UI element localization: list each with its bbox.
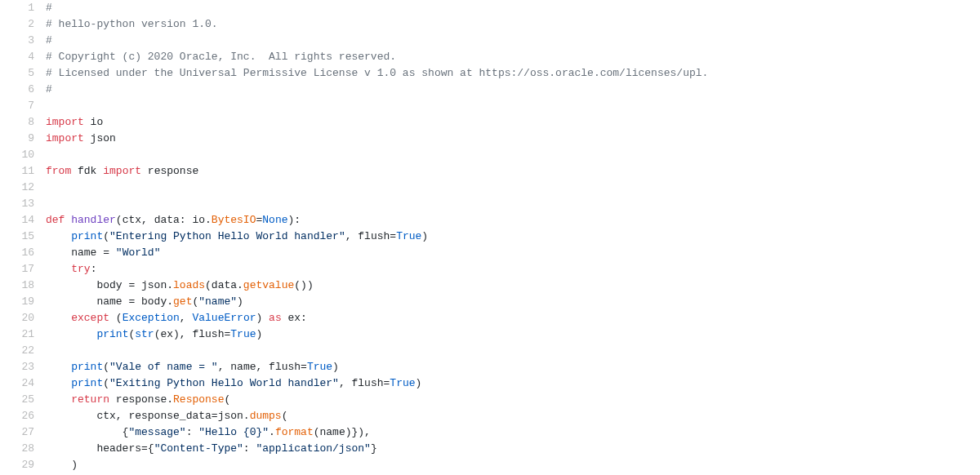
token: str	[135, 328, 154, 340]
token: (ex), flush=	[154, 328, 231, 340]
code-content[interactable]	[42, 196, 980, 212]
code-line: 28 headers={"Content-Type": "application…	[0, 441, 980, 457]
line-number: 8	[0, 114, 42, 131]
token	[46, 263, 71, 275]
line-number: 12	[0, 180, 42, 196]
code-content[interactable]: ctx, response_data=json.dumps(	[42, 408, 980, 424]
code-line: 20 except (Exception, ValueError) as ex:	[0, 310, 980, 326]
token: def	[46, 214, 65, 226]
code-content[interactable]: # Copyright (c) 2020 Oracle, Inc. All ri…	[42, 49, 980, 65]
token: import	[46, 132, 84, 144]
code-line: 25 return response.Response(	[0, 392, 980, 408]
code-line: 22	[0, 343, 980, 359]
token: "World"	[116, 246, 161, 259]
token: (data.	[205, 279, 243, 291]
token: )	[256, 312, 269, 324]
token: ctx, response_data=json.	[46, 410, 250, 422]
token: True	[307, 361, 332, 373]
token: json	[84, 132, 116, 144]
code-content[interactable]: #	[42, 33, 980, 49]
token: "Content-Type"	[154, 442, 243, 455]
token: (ctx, data: io.	[116, 214, 212, 226]
token: (	[103, 377, 109, 389]
code-line: 23 print("Vale of name = ", name, flush=…	[0, 359, 980, 375]
code-content[interactable]	[42, 147, 980, 163]
token: (	[103, 230, 109, 242]
code-content[interactable]: name = "World"	[42, 245, 980, 261]
token: "name"	[198, 295, 237, 308]
code-content[interactable]: body = json.loads(data.getvalue())	[42, 277, 980, 294]
token: Exception	[122, 312, 180, 324]
line-number: 9	[0, 131, 42, 147]
line-number: 28	[0, 441, 42, 457]
code-line: 17 try:	[0, 261, 980, 277]
token: return	[71, 393, 109, 406]
token: BytesIO	[212, 214, 256, 226]
code-content[interactable]: print("Vale of name = ", name, flush=Tru…	[42, 359, 980, 375]
token: print	[71, 377, 103, 389]
code-content[interactable]: from fdk import response	[42, 163, 980, 180]
line-number: 3	[0, 33, 42, 49]
code-content[interactable]: )	[42, 457, 980, 473]
token: True	[390, 377, 415, 389]
token: ValueError	[192, 312, 256, 324]
code-content[interactable]: except (Exception, ValueError) as ex:	[42, 310, 980, 326]
code-line: 18 body = json.loads(data.getvalue())	[0, 277, 980, 294]
code-content[interactable]: headers={"Content-Type": "application/js…	[42, 441, 980, 457]
code-content[interactable]: print("Entering Python Hello World handl…	[42, 229, 980, 245]
line-number: 4	[0, 49, 42, 65]
code-line: 16 name = "World"	[0, 245, 980, 261]
token	[46, 230, 71, 242]
code-content[interactable]: return response.Response(	[42, 392, 980, 408]
token: # Licensed under the Universal Permissiv…	[46, 67, 708, 79]
code-content[interactable]: #	[42, 82, 980, 98]
token: (	[282, 410, 288, 422]
token: None	[262, 214, 287, 226]
token: name = body.	[46, 295, 173, 308]
line-number: 24	[0, 375, 42, 392]
token: }	[371, 442, 377, 455]
code-content[interactable]: print(str(ex), flush=True)	[42, 326, 980, 343]
code-content[interactable]: print("Exiting Python Hello World handle…	[42, 375, 980, 392]
token: , flush=	[339, 377, 390, 389]
line-number: 29	[0, 457, 42, 473]
token: as	[269, 312, 282, 324]
code-content[interactable]: def handler(ctx, data: io.BytesIO=None):	[42, 212, 980, 229]
token: io	[84, 116, 103, 128]
token: loads	[173, 279, 205, 291]
code-content[interactable]: try:	[42, 261, 980, 277]
code-line: 5# Licensed under the Universal Permissi…	[0, 65, 980, 82]
code-line: 27 {"message": "Hello {0}".format(name)}…	[0, 424, 980, 441]
token: (	[103, 361, 109, 373]
code-content[interactable]: #	[42, 0, 980, 16]
code-content[interactable]: # Licensed under the Universal Permissiv…	[42, 65, 980, 82]
code-content[interactable]	[42, 98, 980, 114]
token: # hello-python version 1.0.	[46, 18, 218, 30]
code-line: 29 )	[0, 457, 980, 473]
token: "Exiting Python Hello World handler"	[109, 377, 339, 389]
code-line: 1#	[0, 0, 980, 16]
token: response.	[109, 393, 173, 406]
code-content[interactable]: {"message": "Hello {0}".format(name)}),	[42, 424, 980, 441]
line-number: 14	[0, 212, 42, 229]
code-line: 19 name = body.get("name")	[0, 294, 980, 310]
token: print	[71, 361, 103, 373]
token: headers={	[46, 442, 154, 455]
line-number: 5	[0, 65, 42, 82]
code-content[interactable]: # hello-python version 1.0.	[42, 16, 980, 33]
code-content[interactable]: import json	[42, 131, 980, 147]
line-number: 6	[0, 82, 42, 98]
token: :	[243, 442, 256, 455]
line-number: 15	[0, 229, 42, 245]
code-content[interactable]	[42, 180, 980, 196]
code-content[interactable]: name = body.get("name")	[42, 294, 980, 310]
code-content[interactable]: import io	[42, 114, 980, 131]
token: "Entering Python Hello World handler"	[109, 230, 345, 242]
token: , flush=	[345, 230, 396, 242]
token: :	[91, 263, 97, 275]
code-content[interactable]	[42, 343, 980, 359]
code-line: 2# hello-python version 1.0.	[0, 16, 980, 33]
token: ,	[180, 312, 193, 324]
code-line: 10	[0, 147, 980, 163]
code-line: 6#	[0, 82, 980, 98]
